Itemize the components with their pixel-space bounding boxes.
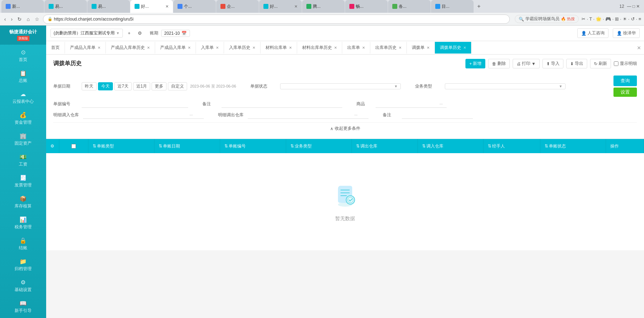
tab-home[interactable]: 首页: [46, 42, 65, 54]
filter-biztype-select[interactable]: ▼: [445, 83, 566, 89]
filter-detail-in-input[interactable]: [83, 111, 190, 118]
filter-docno-input[interactable]: [82, 100, 188, 108]
tab-finished-goods-in-2[interactable]: 产成品入库单 ✕: [155, 42, 196, 54]
collapse-button[interactable]: ∧ 收起更多条件: [327, 124, 363, 133]
search-box[interactable]: 🔍 学霸应聘场驱鸟员 🔥 热搜: [515, 15, 579, 23]
refresh-button[interactable]: ↻ 刷新: [590, 59, 611, 68]
select-all-checkbox[interactable]: [71, 144, 76, 149]
address-input-wrap[interactable]: 🔒 https://cloud.chanjet.com/accounting/u…: [43, 15, 510, 24]
tab-close-4[interactable]: ✕: [165, 4, 169, 9]
date-btn-1month[interactable]: 近1月: [133, 82, 151, 90]
tab-close-pg6[interactable]: ✕: [289, 46, 292, 50]
print-button[interactable]: 🖨 打印 ▼: [513, 59, 540, 68]
refresh-button[interactable]: ↻: [16, 15, 23, 23]
th-doc-date[interactable]: ⇅ 单账日期: [154, 139, 220, 153]
goods-more-icon[interactable]: ···: [440, 102, 443, 106]
tab-close-pg4[interactable]: ✕: [216, 46, 219, 50]
window-controls[interactable]: — □ ✕: [627, 4, 640, 9]
th-gear[interactable]: ⚙: [46, 139, 59, 153]
th-doc-no[interactable]: ⇅ 单账编号: [220, 139, 286, 153]
tab-transfer[interactable]: 调拨单 ✕: [407, 42, 435, 54]
sidebar-item-invoice[interactable]: 🧾 发票管理: [0, 170, 46, 191]
new-button[interactable]: + 新增: [465, 59, 485, 68]
browser-tab-11[interactable]: 目...: [431, 0, 474, 13]
home-button[interactable]: ⌂: [25, 15, 31, 23]
tab-close-pg3[interactable]: ✕: [188, 46, 191, 50]
sidebar-item-reports[interactable]: ☁ 云报表中心: [0, 87, 46, 107]
display-detail-input[interactable]: [614, 61, 618, 66]
sidebar-item-inventory[interactable]: 📦 库存核算: [0, 191, 46, 212]
tab-close-pg8[interactable]: ✕: [362, 46, 365, 50]
th-in-warehouse[interactable]: ⇅ 调入仓库: [417, 139, 483, 153]
period-value[interactable]: 2021-10 📅: [161, 30, 190, 37]
filter-goods-wrap[interactable]: ···: [376, 100, 447, 108]
tab-close-pg10[interactable]: ✕: [427, 46, 430, 50]
browser-tab-7[interactable]: 好... ✕: [259, 0, 302, 13]
tab-in-order[interactable]: 入库单 ✕: [196, 42, 224, 54]
export-button[interactable]: ⬇ 导出: [566, 59, 587, 68]
tab-finished-goods-in[interactable]: 产成品入库单 ✕: [65, 42, 106, 54]
tab-close-pg5[interactable]: ✕: [252, 46, 255, 50]
setting-button[interactable]: 设置: [613, 88, 637, 97]
tab-material-out[interactable]: 材料出库单 ✕: [261, 42, 297, 54]
sidebar-item-tax[interactable]: 📊 税务管理: [0, 212, 46, 233]
date-btn-custom[interactable]: 自定义: [168, 82, 187, 90]
delete-button[interactable]: 🗑 删除: [488, 59, 510, 68]
th-out-warehouse[interactable]: ⇅ 调出仓库: [352, 139, 417, 153]
date-btn-today[interactable]: 今天: [98, 82, 113, 90]
tab-material-out-hist[interactable]: 材料出库单历史 ✕: [297, 42, 342, 54]
browser-tab-2[interactable]: 易...: [44, 0, 87, 13]
sidebar-item-ledger[interactable]: 📋 总账: [0, 66, 46, 87]
filter-remark-input[interactable]: [222, 100, 342, 108]
forward-button[interactable]: ›: [10, 15, 14, 23]
sidebar-item-close[interactable]: 🔒 结账: [0, 233, 46, 254]
browser-tab-3[interactable]: 易...: [87, 0, 130, 13]
company-select[interactable]: (勿删勿禁用）江西服宝测试专用 ▼: [50, 29, 123, 38]
settings-gear-button[interactable]: ⚙: [136, 29, 144, 37]
date-btn-7days[interactable]: 近7天: [114, 82, 132, 90]
sidebar-item-assets[interactable]: 🏢 固定资产: [0, 128, 46, 149]
sidebar-item-archive[interactable]: 📁 归档管理: [0, 254, 46, 275]
new-tab-button[interactable]: +: [474, 0, 484, 13]
back-button[interactable]: ‹: [3, 15, 7, 23]
browser-tab-9[interactable]: 畅...: [345, 0, 388, 13]
filter-detail-out-wrap[interactable]: ···: [248, 111, 369, 119]
query-button[interactable]: 查询: [613, 76, 637, 86]
tab-close-all[interactable]: ✕: [637, 45, 644, 51]
filter-note-input[interactable]: [402, 111, 473, 119]
tab-out-order[interactable]: 出库单 ✕: [342, 42, 370, 54]
tab-out-order-hist[interactable]: 出库单历史 ✕: [370, 42, 407, 54]
browser-tab-4[interactable]: 好... ✕: [130, 0, 173, 13]
browser-tab-6[interactable]: 企...: [216, 0, 259, 13]
sidebar-logo[interactable]: 畅捷通好会计 旗舰版: [0, 26, 46, 45]
th-doc-status[interactable]: ⇅ 单账状态: [540, 139, 606, 153]
th-doc-type[interactable]: ⇅ 单账类型: [88, 139, 154, 153]
tab-close-pg11[interactable]: ✕: [463, 46, 466, 50]
detail-in-more-icon[interactable]: ···: [190, 113, 193, 117]
sidebar-item-guide[interactable]: 📖 新手引导: [0, 296, 46, 317]
browser-tab-1[interactable]: 新...: [1, 0, 44, 13]
date-btn-yesterday[interactable]: 昨天: [82, 82, 97, 90]
tab-close-pg2[interactable]: ✕: [147, 46, 150, 50]
sidebar-item-payroll[interactable]: 💵 工资: [0, 149, 46, 170]
browser-tab-10[interactable]: 各...: [388, 0, 431, 13]
sidebar-item-home[interactable]: ⊙ 首页: [0, 45, 46, 66]
sidebar-item-capital[interactable]: 💰 资金管理: [0, 107, 46, 128]
tab-close-pg1[interactable]: ✕: [98, 46, 100, 50]
detail-out-more-icon[interactable]: ···: [354, 113, 358, 117]
import-button[interactable]: ⬆ 导入: [542, 59, 563, 68]
tab-close-7[interactable]: ✕: [294, 4, 298, 9]
service-button[interactable]: 👤 人工咨询: [577, 28, 608, 38]
tab-close-pg9[interactable]: ✕: [399, 46, 402, 50]
table-gear-icon[interactable]: ⚙: [50, 144, 54, 149]
browser-tab-5[interactable]: 个...: [173, 0, 216, 13]
date-btn-more[interactable]: 更多: [152, 82, 167, 90]
tab-close-pg7[interactable]: ✕: [334, 46, 337, 50]
tab-finished-goods-in-hist[interactable]: 产成品入库单历史 ✕: [106, 42, 155, 54]
th-handler[interactable]: ⇅ 经手人: [484, 139, 540, 153]
sidebar-item-settings[interactable]: ⚙ 基础设置: [0, 275, 46, 296]
add-company-button[interactable]: +: [126, 29, 133, 37]
browser-tab-8[interactable]: 腾...: [302, 0, 345, 13]
filter-status-select[interactable]: ▼: [280, 83, 401, 89]
filter-goods-input[interactable]: [376, 100, 440, 107]
